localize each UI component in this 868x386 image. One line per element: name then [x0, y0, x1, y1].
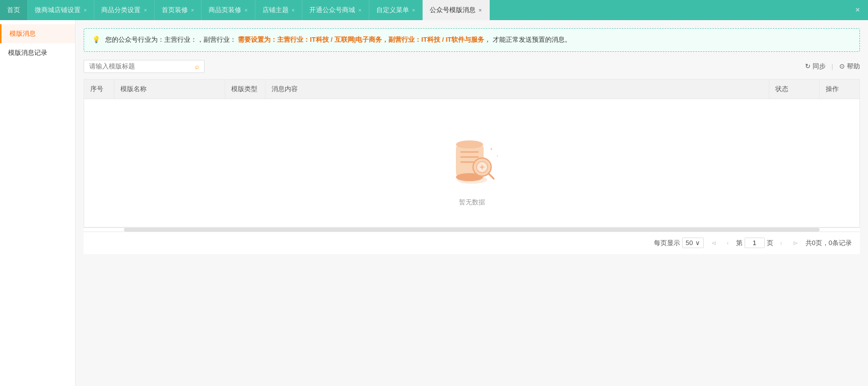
close-all-button[interactable]: × — [847, 6, 868, 15]
tab-home[interactable]: 首页 — [0, 0, 28, 20]
tab-template-msg-close[interactable]: × — [479, 7, 482, 13]
bulb-icon: 💡 — [92, 36, 100, 43]
page-size-select: 每页显示 50 ∨ — [654, 238, 703, 248]
page-size-value: 50 — [686, 239, 693, 247]
sidebar-item-template-msg[interactable]: 模版消息 — [0, 24, 75, 43]
scrollbar-track[interactable] — [124, 228, 820, 231]
total-info: 共0页，0条记录 — [806, 239, 852, 248]
search-bar: ⌕ ↻ 同步 | ⊙ 帮助 — [84, 60, 860, 73]
tab-weshop-close[interactable]: × — [84, 7, 87, 13]
tab-template-msg-label: 公众号模版消息 — [430, 6, 476, 15]
tab-shop-theme[interactable]: 店铺主题 × — [255, 0, 302, 20]
search-icon[interactable]: ⌕ — [195, 62, 199, 70]
search-actions: ↻ 同步 | ⊙ 帮助 — [805, 62, 860, 71]
search-input-wrap[interactable]: ⌕ — [84, 60, 205, 73]
tab-product-category-label: 商品分类设置 — [101, 6, 141, 15]
svg-point-2 — [456, 140, 483, 148]
sidebar-item-template-record[interactable]: 模版消息记录 — [0, 43, 75, 62]
tab-product-decor-label: 商品页装修 — [209, 6, 241, 15]
help-icon: ⊙ — [839, 62, 845, 70]
col-status: 状态 — [769, 79, 820, 99]
empty-text: 暂无数据 — [459, 198, 485, 207]
info-text-suffix: 才能正常发送预置的消息。 — [493, 36, 571, 43]
page-size-dropdown[interactable]: 50 ∨ — [682, 238, 703, 248]
page-number-input[interactable] — [745, 238, 765, 248]
tab-open-mall-close[interactable]: × — [358, 7, 361, 13]
divider: | — [832, 62, 833, 70]
tab-custom-menu[interactable]: 自定义菜单 × — [369, 0, 423, 20]
svg-text:✦: ✦ — [496, 155, 499, 158]
col-name: 模版名称 — [114, 79, 225, 99]
tab-product-category[interactable]: 商品分类设置 × — [94, 0, 154, 20]
pagination-bar: 每页显示 50 ∨ ⊲ ‹ 第 页 › ⊳ 共0页，0条记录 — [84, 231, 860, 254]
empty-state: ✦ ✦ · 暂无数据 — [84, 99, 859, 227]
tab-open-mall[interactable]: 开通公众号商城 × — [302, 0, 369, 20]
tab-open-mall-label: 开通公众号商城 — [309, 6, 355, 15]
main-layout: 模版消息 模版消息记录 💡 您的公众号行业为：主营行业：，副营行业： 需要设置为… — [0, 20, 868, 386]
data-table: 序号 模版名称 模版类型 消息内容 状态 操作 — [84, 79, 860, 227]
content-area: 💡 您的公众号行业为：主营行业：，副营行业： 需要设置为：主营行业：IT科技 /… — [76, 20, 868, 386]
info-highlight-text: 需要设置为：主营行业：IT科技 / 互联网|电子商务，副营行业：IT科技 / I… — [238, 36, 491, 43]
info-banner: 💡 您的公众号行业为：主营行业：，副营行业： 需要设置为：主营行业：IT科技 /… — [84, 28, 860, 52]
tab-home-decor-label: 首页装修 — [162, 6, 188, 15]
tab-template-msg[interactable]: 公众号模版消息 × — [423, 0, 489, 20]
table-header-row: 序号 模版名称 模版类型 消息内容 状态 操作 — [84, 79, 860, 99]
page-first-button[interactable]: ⊲ — [708, 237, 720, 249]
page-navigation: ⊲ ‹ 第 页 › ⊳ — [708, 237, 802, 249]
empty-illustration: ✦ ✦ · — [442, 129, 502, 190]
tab-home-decor[interactable]: 首页装修 × — [155, 0, 202, 20]
col-seq: 序号 — [84, 79, 114, 99]
page-size-label: 每页显示 — [654, 239, 680, 248]
help-label: 帮助 — [847, 62, 860, 71]
sidebar-item-template-msg-label: 模版消息 — [10, 30, 36, 37]
tab-home-decor-close[interactable]: × — [191, 7, 194, 13]
tab-shop-theme-close[interactable]: × — [292, 7, 295, 13]
search-input[interactable] — [89, 62, 195, 70]
tab-product-category-close[interactable]: × — [144, 7, 147, 13]
svg-line-9 — [489, 174, 494, 179]
dropdown-arrow-icon: ∨ — [695, 239, 700, 247]
info-text-prefix: 您的公众号行业为：主营行业：，副营行业： — [105, 36, 236, 43]
tab-product-decor-close[interactable]: × — [244, 7, 247, 13]
sync-button[interactable]: ↻ 同步 — [805, 62, 826, 71]
page-next-button[interactable]: › — [775, 237, 787, 249]
top-navigation: 首页 微商城店铺设置 × 商品分类设置 × 首页装修 × 商品页装修 × 店铺主… — [0, 0, 868, 20]
page-label-after: 页 — [767, 239, 773, 248]
empty-state-cell: ✦ ✦ · 暂无数据 — [84, 99, 860, 227]
tab-custom-menu-close[interactable]: × — [412, 7, 415, 13]
page-prev-button[interactable]: ‹ — [722, 237, 734, 249]
tab-weshop-label: 微商城店铺设置 — [35, 6, 81, 15]
svg-text:✦: ✦ — [490, 147, 493, 151]
tab-custom-menu-label: 自定义菜单 — [376, 6, 409, 15]
col-action: 操作 — [820, 79, 860, 99]
scrollbar-area[interactable] — [84, 227, 860, 231]
sidebar-item-template-record-label: 模版消息记录 — [8, 49, 47, 56]
sidebar: 模版消息 模版消息记录 — [0, 20, 76, 386]
tab-product-decor[interactable]: 商品页装修 × — [202, 0, 255, 20]
sync-label: 同步 — [813, 62, 826, 71]
tab-home-label: 首页 — [7, 6, 20, 15]
tab-shop-theme-label: 店铺主题 — [262, 6, 289, 15]
svg-text:·: · — [492, 144, 493, 147]
page-last-button[interactable]: ⊳ — [789, 237, 802, 249]
sync-icon: ↻ — [805, 62, 811, 70]
help-button[interactable]: ⊙ 帮助 — [839, 62, 860, 71]
col-content: 消息内容 — [265, 79, 769, 99]
col-type: 模版类型 — [225, 79, 265, 99]
tab-weshop-setting[interactable]: 微商城店铺设置 × — [28, 0, 94, 20]
page-label-before: 第 — [736, 239, 743, 248]
